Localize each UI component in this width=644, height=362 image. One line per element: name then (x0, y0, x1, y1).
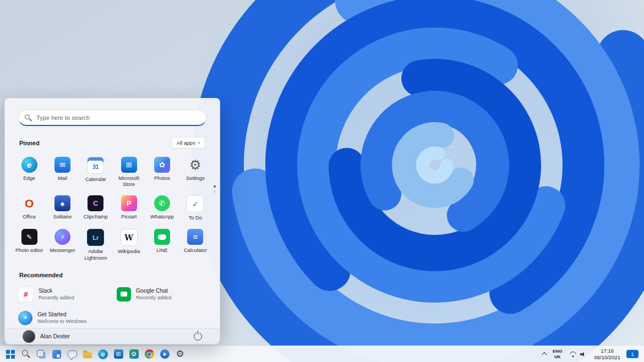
recommended-item[interactable]: Google Chat Recently added (112, 284, 211, 305)
recommended-item-title: Get Started (37, 311, 86, 317)
taskbar-button[interactable] (34, 347, 48, 361)
search-input[interactable] (18, 109, 206, 126)
tray-status-icons[interactable] (568, 350, 588, 358)
notification-badge[interactable]: 1 (626, 350, 638, 358)
chevron-right-icon: › (198, 140, 200, 146)
app-icon (121, 157, 137, 173)
pinned-grid: Edge Mail Calendar Microsoft Store Photo… (13, 154, 212, 264)
taskbar-button[interactable] (111, 347, 125, 361)
app-icon (187, 157, 203, 173)
app-label: Calendar (85, 177, 106, 183)
pinned-app[interactable]: Mail (46, 154, 79, 184)
pinned-app[interactable]: Calendar (79, 154, 112, 185)
app-icon (154, 229, 170, 245)
taskbar-button[interactable] (50, 347, 64, 361)
pinned-app[interactable]: Picsart (112, 193, 145, 223)
tray-chevron-button[interactable] (541, 351, 547, 357)
taskbar-button[interactable] (173, 347, 187, 361)
recommended-item-title: Google Chat (136, 288, 172, 294)
app-label: Mail (58, 175, 67, 182)
recommended-heading: Recommended (19, 272, 63, 278)
app-label: Office (23, 214, 36, 220)
recommended-item-title: Slack (39, 288, 74, 294)
app-label: Clipchamp (84, 214, 108, 220)
page-dot[interactable] (214, 191, 216, 193)
pinned-app[interactable]: Adobe Lightroom (79, 226, 112, 264)
search-icon (25, 114, 31, 121)
app-icon (121, 195, 137, 211)
pinned-app[interactable]: To Do (179, 193, 212, 224)
page-dot-current[interactable] (214, 185, 216, 188)
pinned-app[interactable]: Wikipedia (112, 226, 145, 257)
pinned-app[interactable]: Photos (145, 154, 178, 184)
app-label: Settings (186, 175, 205, 182)
user-button[interactable]: Alan Dexter (19, 328, 73, 344)
taskbar-button[interactable] (96, 347, 110, 361)
pinned-heading: Pinned (19, 140, 40, 146)
app-icon (54, 195, 70, 211)
app-icon (21, 195, 37, 211)
start-menu: Pinned All apps › Edge Mail Calendar (4, 98, 220, 341)
search-box (18, 109, 206, 126)
app-label: WhatsApp (150, 214, 174, 220)
pinned-app[interactable]: Settings (179, 154, 212, 184)
recommended-item-subtitle: Welcome to Windows (37, 319, 86, 324)
taskbar-button[interactable] (80, 347, 95, 361)
app-icon (21, 157, 37, 173)
app-icon (54, 157, 70, 173)
app-label: Messenger (50, 248, 75, 254)
app-icon (21, 229, 37, 245)
pinned-app[interactable]: Edge (13, 154, 46, 184)
taskbar-button[interactable] (65, 347, 79, 361)
taskbar-button[interactable] (127, 347, 141, 361)
pinned-app[interactable]: Photo editor (13, 226, 46, 256)
app-label: LINE (156, 248, 168, 254)
language-indicator[interactable]: ENG UK (552, 348, 563, 360)
pinned-app[interactable]: WhatsApp (145, 193, 178, 223)
language-line2: UK (554, 354, 561, 360)
clock-date: 06/10/2021 (594, 354, 620, 361)
recommended-item-subtitle: Recently added (136, 295, 172, 300)
user-avatar (23, 330, 35, 343)
recommended-item-icon (18, 311, 32, 325)
recommended-item[interactable]: Get Started Welcome to Windows (14, 308, 112, 328)
app-label: Calculator (184, 248, 207, 254)
app-icon (87, 229, 104, 246)
app-icon (187, 229, 203, 245)
page-indicator (214, 185, 216, 193)
app-label: Wikipedia (118, 249, 140, 255)
app-label: To Do (189, 215, 202, 221)
clock-time: 17:16 (601, 348, 614, 354)
pinned-app[interactable]: Calculator (179, 226, 212, 256)
taskbar-button[interactable] (19, 347, 33, 361)
recommended-item-icon (117, 287, 131, 301)
recommended-item-icon (18, 287, 34, 302)
app-label: Edge (23, 175, 35, 182)
system-tray: ENG UK 17:16 06/10/2021 1 (541, 347, 641, 362)
pinned-app[interactable]: Microsoft Store (112, 154, 145, 190)
pinned-app[interactable]: Office (13, 193, 46, 223)
user-name: Alan Dexter (40, 333, 70, 339)
pinned-app[interactable]: Messenger (46, 226, 79, 256)
taskbar-button[interactable] (142, 347, 156, 361)
power-button[interactable] (190, 329, 205, 344)
taskbar-buttons (3, 347, 187, 361)
all-apps-button[interactable]: All apps › (171, 137, 205, 149)
chevron-up-icon (542, 352, 547, 358)
recommended-item[interactable]: Slack Recently added (14, 284, 112, 305)
recommended-item-subtitle: Recently added (39, 295, 74, 300)
app-label: Solitaire (53, 214, 72, 220)
pinned-app[interactable]: Solitaire (46, 193, 79, 223)
language-line1: ENG (553, 349, 562, 354)
pinned-app[interactable]: Clipchamp (79, 193, 112, 223)
taskbar-button[interactable] (3, 347, 18, 361)
app-icon (187, 195, 204, 212)
pinned-app[interactable]: LINE (145, 226, 178, 256)
app-icon (154, 195, 170, 211)
recommended-list: Slack Recently added Google Chat Recentl… (14, 284, 211, 328)
power-icon (194, 332, 202, 341)
network-icon (569, 352, 576, 357)
clock[interactable]: 17:16 06/10/2021 (593, 347, 621, 362)
taskbar: ENG UK 17:16 06/10/2021 1 (0, 345, 644, 362)
taskbar-button[interactable] (157, 347, 172, 361)
